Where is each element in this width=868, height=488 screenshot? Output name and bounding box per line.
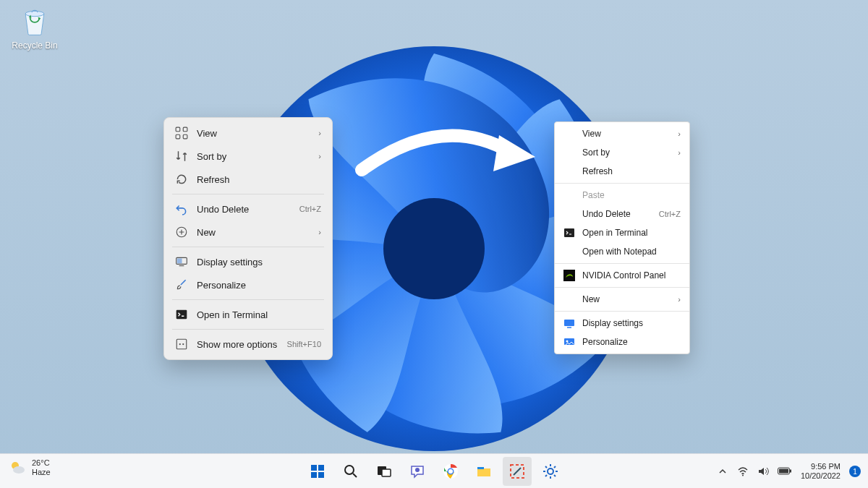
svg-rect-10 [176,310,187,319]
personalize-icon [563,336,575,348]
menu10-sort-by[interactable]: Sort by › [555,143,689,162]
svg-point-28 [415,468,420,472]
svg-rect-22 [318,465,324,471]
weather-temp: 26°C [32,458,51,468]
battery-icon[interactable] [778,467,792,476]
tray-chevron-icon[interactable] [717,466,728,477]
menu-label: Refresh [582,166,681,176]
menu-label: Sort by [197,151,314,162]
chevron-right-icon: › [678,295,681,304]
menu-label: New [582,294,673,304]
chevron-right-icon: › [318,129,321,137]
menu-shortcut: Ctrl+Z [659,210,681,218]
menu11-open-terminal[interactable]: Open in Terminal [168,303,328,326]
taskbar-date: 10/20/2022 [801,471,841,481]
weather-icon [9,459,26,476]
menu-separator [172,247,324,247]
menu10-display-settings[interactable]: Display settings [555,314,689,333]
display-icon [563,317,575,329]
menu-separator [555,287,689,288]
refresh-icon [175,173,188,186]
menu11-new[interactable]: New › [168,221,328,244]
plus-icon [175,226,188,239]
menu10-undo-delete[interactable]: Undo Delete Ctrl+Z [555,205,689,223]
menu11-refresh[interactable]: Refresh [168,168,328,191]
desktop-wallpaper [0,0,868,488]
taskbar-clock[interactable]: 9:56 PM 10/20/2022 [801,462,841,481]
taskview-button[interactable] [370,457,399,486]
menu11-view[interactable]: View › [168,121,328,145]
menu11-sort-by[interactable]: Sort by › [168,145,328,168]
start-button[interactable] [303,457,332,486]
menu-label: View [582,129,673,139]
menu-separator [555,183,689,184]
taskbar-weather[interactable]: 26°C Haze [9,458,51,477]
snipping-tool-button[interactable] [503,457,532,486]
menu-label: NVIDIA Control Panel [582,270,681,281]
menu-label: Show more options [197,339,281,350]
recycle-bin-desktop-icon[interactable]: Recycle Bin [9,4,61,51]
chevron-right-icon: › [318,228,321,236]
wifi-icon[interactable] [737,466,749,477]
chrome-button[interactable] [436,457,465,486]
menu-label: Display settings [197,257,321,267]
menu10-nvidia[interactable]: NVIDIA Control Panel [555,266,689,285]
menu-separator [172,194,324,194]
taskbar-center [303,457,565,486]
menu10-new[interactable]: New › [555,290,689,309]
menu10-paste: Paste [555,186,689,205]
notification-badge[interactable]: 1 [849,466,861,477]
menu-shortcut: Ctrl+Z [299,205,321,213]
menu11-personalize[interactable]: Personalize [168,273,328,296]
svg-rect-27 [382,469,391,476]
svg-rect-32 [477,467,484,469]
svg-point-34 [548,468,553,474]
menu-label: Display settings [582,318,681,328]
settings-button[interactable] [536,457,565,486]
svg-point-1 [383,198,485,299]
file-explorer-button[interactable] [469,457,498,486]
display-icon [175,255,188,268]
undo-icon [175,202,188,215]
taskbar-time: 9:56 PM [801,462,841,471]
recycle-bin-label: Recycle Bin [9,40,61,51]
menu-label: Paste [582,190,681,200]
chat-button[interactable] [403,457,432,486]
menu-separator [555,263,689,264]
brush-icon [175,278,188,291]
svg-rect-16 [564,320,574,326]
menu-separator [172,329,324,330]
svg-point-35 [742,475,744,476]
system-tray: 9:56 PM 10/20/2022 1 [717,454,861,488]
sort-icon [175,150,188,163]
menu10-refresh[interactable]: Refresh [555,162,689,181]
svg-rect-23 [311,472,317,478]
menu11-display-settings[interactable]: Display settings [168,250,328,273]
menu10-view[interactable]: View › [555,124,689,143]
search-button[interactable] [336,457,365,486]
svg-rect-24 [318,472,324,478]
taskbar: 26°C Haze 9:56 PM 10/20/2022 1 [0,453,868,488]
menu11-undo-delete[interactable]: Undo Delete Ctrl+Z [168,197,328,221]
chevron-right-icon: › [318,152,321,160]
menu10-personalize[interactable]: Personalize [555,333,689,351]
svg-rect-6 [183,134,187,139]
svg-rect-9 [177,259,182,264]
menu-label: Undo Delete [197,204,294,215]
svg-point-20 [13,466,25,474]
chevron-right-icon: › [678,129,681,138]
recycle-bin-icon [19,6,51,38]
menu-label: Open with Notepad [582,247,681,257]
menu10-open-notepad[interactable]: Open with Notepad [555,242,689,261]
menu-label: View [197,128,314,139]
menu11-show-more[interactable]: Show more options Shift+F10 [168,333,328,356]
menu-label: Refresh [197,174,321,185]
svg-rect-5 [176,134,180,139]
context-menu-win11: View › Sort by › Refresh Undo Delete Ctr… [163,117,333,360]
menu10-open-terminal[interactable]: Open in Terminal [555,223,689,242]
svg-point-2 [25,11,44,16]
svg-rect-37 [779,469,788,474]
svg-point-31 [448,469,453,474]
svg-rect-11 [176,339,187,349]
volume-icon[interactable] [757,466,769,477]
